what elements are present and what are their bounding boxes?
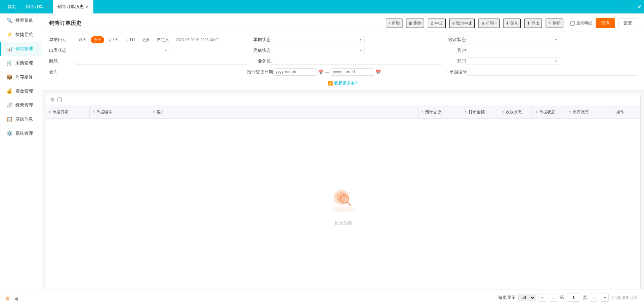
th-order-status[interactable]: ⇅ 单据状态: [533, 106, 566, 118]
print-dropdown-icon: ▾: [495, 22, 497, 25]
date-btn-more[interactable]: 更多: [139, 36, 153, 43]
sort-icon-amount: ⇅: [465, 111, 468, 114]
table-settings-icon[interactable]: ⚙: [50, 97, 54, 103]
sidebar-item-purchase-mgmt[interactable]: 🛒 采购管理: [0, 56, 42, 70]
table-toolbar: ⚙: [46, 94, 640, 106]
calendar-end-icon[interactable]: 📅: [376, 70, 381, 75]
sidebar-item-operations[interactable]: 📈 经营管理: [0, 98, 42, 112]
base-info-icon: 📋: [6, 116, 13, 122]
filter-collapse-btn[interactable]: 🔼 收起更多条件: [49, 79, 637, 86]
print-icon: 🖨: [481, 21, 485, 26]
delivery-date-start[interactable]: [273, 68, 317, 76]
first-page-btn[interactable]: «: [538, 294, 546, 302]
product-more-btn[interactable]: ...: [76, 58, 80, 64]
delivery-date-end[interactable]: [331, 68, 374, 76]
new-button[interactable]: + 新增: [386, 18, 402, 28]
calendar-start-icon[interactable]: 📅: [318, 70, 324, 75]
print-button[interactable]: 🖨 销售订单历史 打印 ▾: [478, 18, 500, 28]
prev-page-btn[interactable]: ‹: [549, 294, 557, 302]
delete-button[interactable]: 🗑 删除: [406, 18, 424, 28]
delivery-date-label: 预计交货日期: [246, 69, 273, 75]
empty-text: 暂无数据: [335, 220, 352, 226]
sort-icon-order: ⇅: [92, 111, 95, 114]
sys-mgmt-icon: ⚙️: [6, 130, 13, 137]
stop-button[interactable]: ⊘ 中止: [428, 18, 445, 28]
bill-status-dropdown-icon: ▾: [360, 37, 362, 42]
date-btn-7days[interactable]: 近7天: [105, 36, 121, 43]
date-btn-today[interactable]: 今天: [91, 36, 104, 43]
date-btn-yesterday[interactable]: 昨天: [76, 36, 89, 43]
sidebar-item-search-menu[interactable]: 🔍 搜索菜单: [0, 13, 42, 28]
last-page-btn[interactable]: »: [601, 294, 609, 302]
minimize-icon[interactable]: —: [623, 4, 628, 10]
empty-state: 暂无数据: [46, 119, 640, 290]
salesperson-more-btn[interactable]: ...: [271, 58, 275, 64]
close-window-icon[interactable]: ✕: [637, 4, 641, 10]
th-pay-status[interactable]: ⇅ 收款状态: [499, 106, 533, 118]
tab-sales-order-history-close[interactable]: ✕: [86, 5, 89, 9]
sidebar-item-sys-mgmt[interactable]: ⚙️ 系统管理: [0, 126, 42, 141]
date-range-text: 2023-06-02 至 2023-06-02: [176, 37, 219, 42]
tab-home[interactable]: 首页: [3, 0, 21, 13]
sidebar-item-inventory[interactable]: 📦 库存核算: [0, 70, 42, 84]
date-btn-1month[interactable]: 近1月: [123, 36, 138, 43]
quick-nav-icon: ⚡: [6, 32, 13, 38]
bill-status-select[interactable]: ▾: [271, 36, 365, 43]
refresh-button[interactable]: ↻ 刷新: [546, 18, 563, 28]
export-button[interactable]: ⬆ 导出: [524, 18, 542, 28]
sidebar-collapse-icon[interactable]: ◀: [14, 296, 18, 301]
complete-label: 完成状态: [247, 47, 271, 53]
th-customer[interactable]: ⇅ 客户: [150, 106, 419, 118]
th-stock-status[interactable]: ⇅ 出库状态: [566, 106, 613, 118]
complete-select[interactable]: ▾: [271, 47, 365, 54]
sort-icon-customer: ⇅: [153, 111, 156, 114]
per-page-select[interactable]: 50 10 20 100: [518, 294, 535, 301]
department-label: 部门: [442, 58, 466, 64]
bill-status-label: 单据状态: [247, 37, 271, 43]
sidebar-item-quick-nav[interactable]: ⚡ 快捷导航: [0, 28, 42, 42]
cancel-stop-button[interactable]: ⊙ 取消中止: [449, 18, 475, 28]
query-button[interactable]: 查询: [596, 18, 615, 28]
inventory-icon: 📦: [6, 74, 13, 80]
finance-icon: 💰: [6, 88, 13, 94]
tab-sales-order[interactable]: 销售订单 ✕: [21, 0, 53, 13]
filter-area: 单据日期 昨天 今天 近7天 近1月 更多 自定义 2023-06-02 至 2…: [42, 32, 644, 90]
empty-illustration: [327, 182, 360, 216]
sort-icon-pay: ⇅: [502, 111, 505, 114]
select-all-checkbox[interactable]: [57, 98, 62, 102]
tab-sales-order-close[interactable]: ✕: [45, 5, 48, 9]
department-select[interactable]: ▾: [466, 58, 560, 65]
date-btn-group: 昨天 今天 近7天 近1月 更多 自定义: [76, 36, 172, 43]
salesperson-label: 业务员: [247, 58, 271, 64]
th-delivery[interactable]: ⇅ 预计交货...: [419, 106, 462, 118]
bill-no-input[interactable]: [467, 69, 637, 75]
toolbar-divider: [567, 21, 567, 26]
bill-no-label: 单据编号: [443, 69, 467, 75]
th-order-no[interactable]: ⇅ 单据编号: [90, 106, 150, 118]
sidebar-item-base-info[interactable]: 📋 基础信息: [0, 112, 42, 126]
show-detail-checkbox[interactable]: [570, 21, 575, 26]
warehouse-label: 仓库: [49, 69, 76, 75]
svg-point-6: [348, 192, 351, 194]
payment-status-select[interactable]: ▾: [466, 36, 560, 43]
date-btn-custom[interactable]: 自定义: [154, 36, 172, 43]
setting-button[interactable]: 设置: [618, 18, 637, 28]
sidebar-settings-icon[interactable]: ⚙: [5, 295, 10, 302]
maximize-icon[interactable]: □: [631, 4, 634, 10]
th-date[interactable]: ⇅ 单据日期: [46, 106, 90, 118]
th-amount[interactable]: ⇅ 订单金额: [462, 106, 499, 118]
page-input[interactable]: [567, 294, 580, 302]
show-detail-label[interactable]: 显示明细: [570, 21, 592, 26]
pagination: 每页显示 50 10 20 100 « ‹ 第 页 › » 共0页,0条记录: [42, 290, 644, 305]
import-button[interactable]: ⬇ 导入: [503, 18, 521, 28]
warehouse-more-btn[interactable]: ...: [76, 69, 80, 74]
sidebar-item-finance[interactable]: 💰 资金管理: [0, 84, 42, 98]
sidebar-item-sales-mgmt[interactable]: 📊 销售管理: [0, 42, 42, 56]
tab-sales-order-history[interactable]: 销售订单历史 ✕: [53, 0, 93, 13]
stock-out-select[interactable]: ▾: [76, 47, 170, 54]
page-label-before: 第: [560, 295, 564, 301]
page-label-after: 页: [583, 295, 587, 301]
next-page-btn[interactable]: ›: [590, 294, 598, 302]
window-controls: — □ ✕: [623, 4, 641, 10]
customer-more-btn[interactable]: ...: [466, 48, 470, 53]
